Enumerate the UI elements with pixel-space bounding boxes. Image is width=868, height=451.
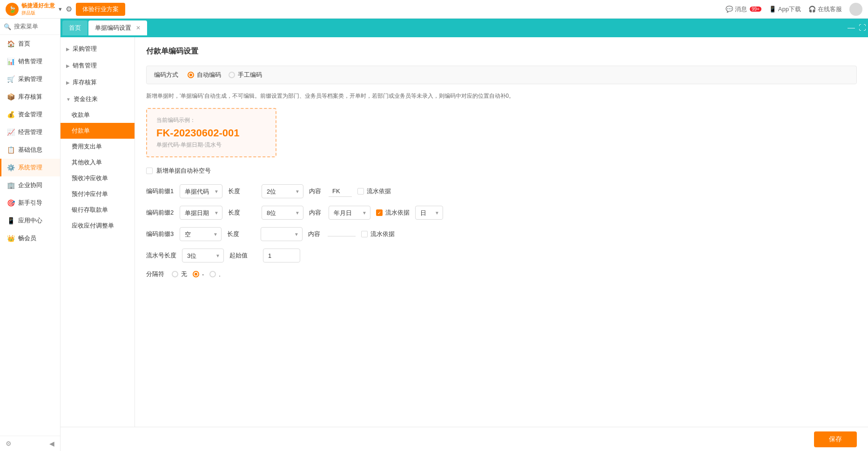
prefix2-content-label: 内容 bbox=[309, 209, 321, 217]
sep-dot[interactable]: . bbox=[209, 271, 221, 278]
sidebar-item-home[interactable]: 🏠 首页 bbox=[0, 35, 60, 53]
sub-sidebar-item-prepay-pay[interactable]: 预付冲应付单 bbox=[61, 186, 135, 202]
serial-length-select-wrapper: 3位 4位 5位 6位 ▼ bbox=[182, 249, 224, 263]
sub-sidebar-item-receipt[interactable]: 收款单 bbox=[61, 107, 135, 123]
app-icon: 📱 bbox=[769, 6, 776, 13]
user-avatar[interactable] bbox=[849, 3, 862, 16]
company-icon: 🏢 bbox=[7, 182, 14, 189]
tab-close-icon[interactable]: ✕ bbox=[136, 25, 141, 31]
main-layout: 🔍 搜索菜单 🏠 首页 📊 销售管理 🛒 采购管理 📦 库存核算 💰 资金管理 … bbox=[0, 19, 868, 451]
prefix2-stream-unit-select[interactable]: 日 月 年 bbox=[415, 206, 443, 220]
sidebar-item-inventory[interactable]: 📦 库存核算 bbox=[0, 88, 60, 106]
radio-manual-dot bbox=[229, 72, 235, 78]
sep-dash[interactable]: - bbox=[193, 271, 204, 278]
sidebar-search[interactable]: 🔍 搜索菜单 bbox=[0, 19, 60, 35]
sep-none[interactable]: 无 bbox=[172, 270, 187, 278]
auto-fill-checkbox[interactable] bbox=[146, 168, 153, 174]
home-icon: 🏠 bbox=[7, 40, 14, 47]
sidebar-item-system[interactable]: ⚙️ 系统管理 bbox=[0, 159, 60, 176]
prefix2-stream-unit-wrapper: 日 月 年 ▼ bbox=[415, 206, 443, 220]
prefix1-length-wrapper: 2位 ▼ bbox=[262, 184, 303, 198]
apps-icon: 📱 bbox=[7, 217, 14, 224]
prefix3-stream-checkbox[interactable] bbox=[361, 231, 368, 237]
sidebar-item-sales[interactable]: 📊 销售管理 bbox=[0, 53, 60, 70]
prefix1-length-label: 长度 bbox=[228, 187, 256, 195]
prefix2-content-select[interactable]: 年月日 bbox=[329, 206, 370, 220]
prefix2-stream-checkbox[interactable]: ✓ bbox=[376, 209, 383, 216]
sidebar-item-business[interactable]: 📈 经营管理 bbox=[0, 123, 60, 141]
radio-manual[interactable]: 手工编码 bbox=[229, 71, 262, 79]
prefix3-length-select[interactable] bbox=[261, 227, 303, 241]
prefix2-length-wrapper: 8位 ▼ bbox=[262, 206, 303, 220]
sub-sidebar-group-sales: ▶ 销售管理 bbox=[61, 58, 135, 74]
prefix1-label: 编码前缀1 bbox=[146, 187, 174, 195]
vip-icon: 👑 bbox=[7, 235, 14, 242]
sub-sidebar-item-prepay-receive[interactable]: 预收冲应收单 bbox=[61, 170, 135, 186]
prefix2-select[interactable]: 单据日期 bbox=[180, 206, 222, 220]
message-button[interactable]: 💬 消息 99+ bbox=[726, 5, 761, 13]
sidebar-item-company[interactable]: 🏢 企业协同 bbox=[0, 176, 60, 194]
logo-text: 畅捷通好生意 拼品版 bbox=[21, 2, 55, 16]
sales-icon: 📊 bbox=[7, 58, 14, 65]
sidebar-settings-button[interactable]: ⚙ bbox=[6, 440, 12, 447]
prefix1-stream-checkbox[interactable] bbox=[357, 188, 364, 195]
code-preview-label: 当前编码示例： bbox=[156, 116, 266, 124]
sidebar-footer: ⚙ ◀ bbox=[0, 436, 60, 451]
code-preview-box: 当前编码示例： FK-20230602-001 单据代码-单据日期-流水号 bbox=[146, 108, 276, 157]
trial-button[interactable]: 体验行业方案 bbox=[76, 3, 125, 16]
prefix1-length-select[interactable]: 2位 bbox=[262, 184, 303, 198]
sub-sidebar-item-expense[interactable]: 费用支出单 bbox=[61, 139, 135, 155]
info-text: 新增单据时，'单据编码'自动生成，不可编辑。前缀设置为部门、业务员等档案类，开单… bbox=[146, 92, 857, 101]
sub-sidebar-item-other-income[interactable]: 其他收入单 bbox=[61, 155, 135, 170]
sidebar-item-purchase[interactable]: 🛒 采购管理 bbox=[0, 70, 60, 88]
page-content: ▶ 采购管理 ▶ 销售管理 ▶ 库存核算 bbox=[61, 37, 868, 427]
sub-sidebar-group-purchase-title[interactable]: ▶ 采购管理 bbox=[61, 41, 135, 57]
sub-sidebar-item-payment[interactable]: 付款单 bbox=[61, 123, 135, 139]
code-preview-sub: 单据代码-单据日期-流水号 bbox=[156, 141, 266, 149]
sub-sidebar-group-inventory-title[interactable]: ▶ 库存核算 bbox=[61, 74, 135, 90]
prefix3-select[interactable]: 空 bbox=[180, 227, 222, 241]
radio-auto[interactable]: 自动编码 bbox=[188, 71, 221, 79]
settings-button[interactable]: ⚙ bbox=[66, 5, 72, 13]
prefix1-select-wrapper: 单据代码 ▼ bbox=[180, 184, 222, 198]
prefix1-select[interactable]: 单据代码 bbox=[180, 184, 222, 198]
auto-fill-label: 新增单据自动补空号 bbox=[156, 167, 211, 175]
sidebar-item-vip[interactable]: 👑 畅会员 bbox=[0, 229, 60, 247]
sub-sidebar-item-bank-deposit[interactable]: 银行存取款单 bbox=[61, 202, 135, 218]
save-button[interactable]: 保存 bbox=[814, 431, 857, 447]
message-icon: 💬 bbox=[726, 6, 733, 13]
arrow-right-icon: ▶ bbox=[66, 47, 70, 52]
nav-dropdown-button[interactable]: ▾ bbox=[59, 6, 62, 13]
tab-bar-minimize-button[interactable]: — bbox=[848, 24, 855, 32]
code-preview-value: FK-20230602-001 bbox=[156, 127, 266, 139]
prefix2-length-label: 长度 bbox=[228, 209, 256, 217]
encoding-method-label: 编码方式 bbox=[154, 71, 178, 79]
online-service-button[interactable]: 🎧 在线客服 bbox=[808, 5, 842, 13]
app-download-button[interactable]: 📱 App下载 bbox=[769, 5, 801, 13]
tab-home[interactable]: 首页 bbox=[62, 20, 87, 35]
encoding-method-section: 编码方式 自动编码 手工编码 bbox=[146, 66, 857, 84]
separator-options: 无 - . bbox=[172, 270, 221, 278]
inventory-icon: 📦 bbox=[7, 93, 14, 101]
sub-sidebar-group-purchase: ▶ 采购管理 bbox=[61, 41, 135, 57]
sub-sidebar-group-capital-title[interactable]: ▼ 资金往来 bbox=[61, 91, 135, 107]
sidebar-item-guide[interactable]: 🎯 新手引导 bbox=[0, 194, 60, 212]
prefix2-length-select[interactable]: 8位 bbox=[262, 206, 303, 220]
sidebar-item-apps[interactable]: 📱 应用中心 bbox=[0, 212, 60, 229]
sub-sidebar-group-inventory: ▶ 库存核算 bbox=[61, 74, 135, 90]
tab-encoding[interactable]: 单据编码设置 ✕ bbox=[88, 20, 147, 35]
bottom-bar: 保存 bbox=[61, 427, 868, 451]
sidebar-item-basic[interactable]: 📋 基础信息 bbox=[0, 141, 60, 159]
serial-length-select[interactable]: 3位 4位 5位 6位 bbox=[182, 249, 224, 263]
sidebar-item-capital[interactable]: 💰 资金管理 bbox=[0, 106, 60, 123]
sub-sidebar-item-adjust[interactable]: 应收应付调整单 bbox=[61, 218, 135, 234]
sub-sidebar-group-sales-title[interactable]: ▶ 销售管理 bbox=[61, 58, 135, 74]
prefix3-stream-check: 流水依据 bbox=[361, 230, 395, 238]
purchase-icon: 🛒 bbox=[7, 75, 14, 83]
start-value-input[interactable] bbox=[263, 249, 300, 263]
arrow-down-icon: ▼ bbox=[66, 97, 71, 102]
sidebar-collapse-button[interactable]: ◀ bbox=[49, 440, 54, 447]
prefix1-stream-check: 流水依据 bbox=[357, 187, 391, 195]
tab-bar-maximize-button[interactable]: ⛶ bbox=[859, 24, 866, 32]
tab-bar-right: — ⛶ bbox=[848, 24, 866, 32]
